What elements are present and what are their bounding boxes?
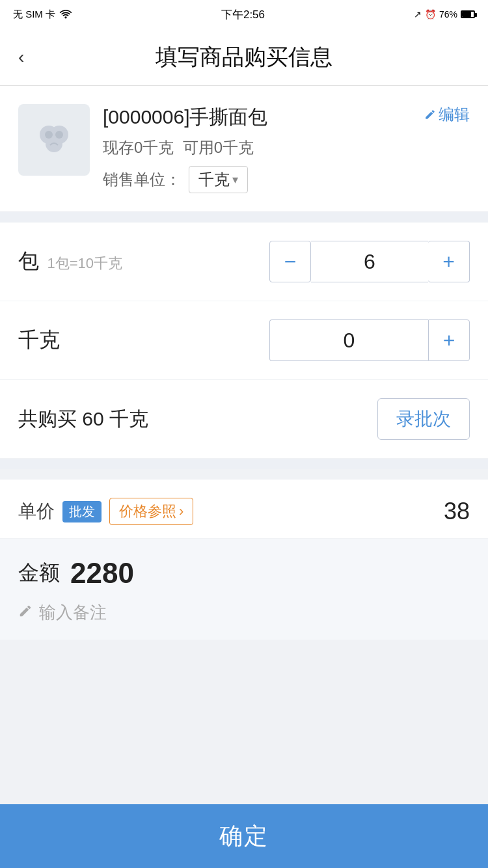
status-time: 下午2:56 <box>221 7 265 22</box>
product-info: [0000006]手撕面包 编辑 现存0千克 可用0千克 销售单位： 千克 ▾ <box>103 104 470 193</box>
section-separator-1 <box>0 212 488 223</box>
price-label: 单价 <box>18 499 55 524</box>
kg-stepper: + <box>269 319 470 361</box>
chevron-down-icon: ▾ <box>232 172 238 187</box>
svg-point-3 <box>45 131 53 139</box>
status-left: 无 SIM 卡 <box>13 8 72 21</box>
battery-icon <box>461 10 475 18</box>
confirm-bar[interactable]: 确定 <box>0 804 488 868</box>
edit-link[interactable]: 编辑 <box>424 104 470 125</box>
price-section: 单价 批发 价格参照 › 38 <box>0 480 488 539</box>
amount-value: 2280 <box>70 557 134 590</box>
pencil-icon <box>18 604 33 622</box>
bao-minus-button[interactable]: − <box>269 241 311 282</box>
wifi-icon <box>59 8 72 21</box>
svg-point-4 <box>55 131 63 139</box>
unit-dropdown[interactable]: 千克 ▾ <box>189 166 248 193</box>
page-title: 填写商品购买信息 <box>156 42 332 72</box>
kg-input[interactable] <box>269 319 428 361</box>
product-thumbnail <box>18 104 90 176</box>
price-ref-button[interactable]: 价格参照 › <box>109 498 193 525</box>
kg-label: 千克 <box>18 328 60 351</box>
status-right: ↗ ⏰ 76% <box>414 9 475 20</box>
batch-button[interactable]: 录批次 <box>377 398 470 440</box>
amount-section: 金额 2280 输入备注 <box>0 539 488 640</box>
nav-bar: ‹ 填写商品购买信息 <box>0 29 488 86</box>
back-button[interactable]: ‹ <box>18 47 24 68</box>
price-batch-tag: 批发 <box>62 501 102 522</box>
total-row: 共购买 60 千克 录批次 <box>0 380 488 459</box>
product-name: [0000006]手撕面包 <box>103 104 267 131</box>
price-value: 38 <box>444 498 470 525</box>
input-section: 包 1包=10千克 − + 千克 + <box>0 223 488 380</box>
product-stock: 现存0千克 可用0千克 <box>103 137 470 158</box>
total-text: 共购买 60 千克 <box>18 406 148 433</box>
chevron-right-icon: › <box>179 503 183 520</box>
confirm-text: 确定 <box>219 821 269 852</box>
bao-stepper: − + <box>269 241 470 282</box>
kg-plus-button[interactable]: + <box>428 319 470 361</box>
alarm-icon: ⏰ <box>425 9 436 20</box>
kg-input-row: 千克 + <box>0 301 488 380</box>
bao-sublabel: 1包=10千克 <box>47 255 122 271</box>
unit-label: 销售单位： <box>103 169 181 190</box>
carrier-label: 无 SIM 卡 <box>13 8 55 21</box>
product-card: [0000006]手撕面包 编辑 现存0千克 可用0千克 销售单位： 千克 ▾ <box>0 86 488 212</box>
location-icon: ↗ <box>414 9 422 20</box>
bao-label: 包 <box>18 249 39 273</box>
section-separator-2 <box>0 459 488 469</box>
remark-row[interactable]: 输入备注 <box>18 601 470 640</box>
status-bar: 无 SIM 卡 下午2:56 ↗ ⏰ 76% <box>0 0 488 29</box>
amount-label: 金额 <box>18 559 60 588</box>
bao-input[interactable] <box>311 241 428 282</box>
remark-text: 输入备注 <box>39 601 107 624</box>
bao-plus-button[interactable]: + <box>428 241 470 282</box>
bao-input-row: 包 1包=10千克 − + <box>0 223 488 301</box>
battery-label: 76% <box>439 9 457 20</box>
